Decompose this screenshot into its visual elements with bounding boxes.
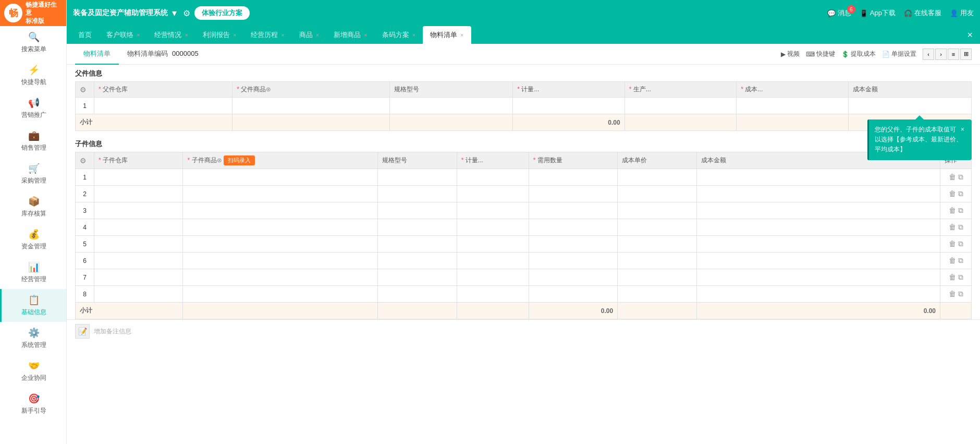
nav-prev-btn[interactable]: ‹	[923, 49, 934, 60]
child-warehouse-1[interactable]	[94, 169, 183, 186]
child-product-3[interactable]	[183, 202, 378, 219]
child-spec-5[interactable]	[378, 236, 457, 253]
extract-cost-btn[interactable]: 💲 提取成本	[841, 50, 876, 58]
copy-icon-3[interactable]: ⧉	[958, 206, 963, 215]
sidebar-item-purchase[interactable]: 🛒 采购管理	[0, 158, 66, 190]
child-product-7[interactable]	[183, 269, 378, 286]
child-spec-6[interactable]	[378, 253, 457, 269]
tab-customer[interactable]: 客户联络 ×	[99, 26, 147, 44]
sidebar-item-guide[interactable]: 🎯 新手引导	[0, 388, 66, 421]
subtab-bom-code[interactable]: 物料清单编码 0000005	[119, 44, 207, 65]
child-qty-3[interactable]	[529, 202, 617, 219]
parent-cell-product-1[interactable]	[232, 98, 390, 114]
child-unit-cost-5[interactable]	[618, 236, 697, 253]
tab-operations[interactable]: 经营情况 ×	[147, 26, 195, 44]
add-note-btn[interactable]: 📝	[75, 324, 90, 339]
child-warehouse-6[interactable]	[94, 253, 183, 269]
copy-icon-6[interactable]: ⧉	[958, 256, 963, 265]
child-unit-cost-6[interactable]	[618, 253, 697, 269]
sidebar-item-finance[interactable]: 💰 资金管理	[0, 223, 66, 256]
tab-close-operations[interactable]: ×	[185, 32, 188, 38]
tooltip-close-btn[interactable]: ×	[961, 125, 964, 135]
subtab-bom-list[interactable]: 物料清单	[75, 44, 119, 65]
child-qty-7[interactable]	[529, 269, 617, 286]
doc-settings-btn[interactable]: 📄 单据设置	[882, 50, 916, 58]
sidebar-item-marketing[interactable]: 📢 营销推广	[0, 92, 66, 125]
child-spec-3[interactable]	[378, 202, 457, 219]
child-unit-2[interactable]	[457, 186, 529, 202]
tab-close-profit[interactable]: ×	[233, 32, 236, 38]
child-product-1[interactable]	[183, 169, 378, 186]
tab-close-customer[interactable]: ×	[137, 32, 140, 38]
sidebar-item-inventory[interactable]: 📦 库存核算	[0, 190, 66, 223]
trial-btn[interactable]: 体验行业方案	[194, 6, 250, 20]
settings-gear-icon[interactable]: ⚙	[183, 8, 190, 18]
tab-profit[interactable]: 利润报告 ×	[195, 26, 243, 44]
child-unit-cost-2[interactable]	[618, 186, 697, 202]
copy-icon-4[interactable]: ⧉	[958, 223, 963, 232]
copy-icon-5[interactable]: ⧉	[958, 239, 963, 248]
tab-home[interactable]: 首页	[71, 26, 99, 44]
tab-history[interactable]: 经营历程 ×	[243, 26, 291, 44]
copy-icon-2[interactable]: ⧉	[958, 189, 963, 198]
copy-icon-8[interactable]: ⧉	[958, 290, 963, 298]
child-warehouse-3[interactable]	[94, 202, 183, 219]
tab-close-barcode[interactable]: ×	[412, 32, 415, 38]
parent-cell-production-1[interactable]	[624, 98, 737, 114]
child-unit-cost-1[interactable]	[618, 169, 697, 186]
child-unit-cost-3[interactable]	[618, 202, 697, 219]
parent-cell-cost-1[interactable]	[737, 98, 849, 114]
child-product-4[interactable]	[183, 219, 378, 236]
message-item[interactable]: 💬 消息 6	[827, 8, 851, 18]
child-qty-4[interactable]	[529, 219, 617, 236]
child-unit-cost-4[interactable]	[618, 219, 697, 236]
copy-icon-1[interactable]: ⧉	[958, 173, 963, 182]
tab-close-all[interactable]: ×	[964, 30, 976, 41]
child-unit-5[interactable]	[457, 236, 529, 253]
tab-barcode[interactable]: 条码方案 ×	[375, 26, 423, 44]
child-spec-8[interactable]	[378, 286, 457, 303]
online-support-item[interactable]: 🎧 在线客服	[904, 8, 941, 18]
child-product-8[interactable]	[183, 286, 378, 303]
tab-new-product[interactable]: 新增商品 ×	[326, 26, 374, 44]
child-spec-4[interactable]	[378, 219, 457, 236]
child-warehouse-5[interactable]	[94, 236, 183, 253]
parent-cell-spec-1[interactable]	[390, 98, 513, 114]
sidebar-item-search[interactable]: 🔍 搜索菜单	[0, 26, 66, 59]
child-spec-2[interactable]	[378, 186, 457, 202]
child-qty-2[interactable]	[529, 186, 617, 202]
child-product-6[interactable]	[183, 253, 378, 269]
shortcut-btn[interactable]: ⌨ 快捷键	[806, 50, 835, 58]
child-product-2[interactable]	[183, 186, 378, 202]
delete-icon-2[interactable]: 🗑	[949, 189, 956, 198]
sidebar-item-quicknav[interactable]: ⚡ 快捷导航	[0, 59, 66, 92]
child-unit-cost-8[interactable]	[618, 286, 697, 303]
app-download-item[interactable]: 📱 App下载	[860, 8, 896, 18]
child-warehouse-8[interactable]	[94, 286, 183, 303]
video-btn[interactable]: ▶ 视频	[781, 50, 800, 58]
child-qty-1[interactable]	[529, 169, 617, 186]
scan-btn[interactable]: 扫码录入	[224, 155, 255, 165]
tab-close-new-product[interactable]: ×	[364, 32, 367, 38]
delete-icon-5[interactable]: 🗑	[949, 239, 956, 248]
copy-icon-7[interactable]: ⧉	[958, 273, 963, 282]
sidebar-item-collab[interactable]: 🤝 企业协同	[0, 355, 66, 388]
child-warehouse-2[interactable]	[94, 186, 183, 202]
tab-product[interactable]: 商品 ×	[292, 26, 326, 44]
child-unit-cost-7[interactable]	[618, 269, 697, 286]
child-unit-1[interactable]	[457, 169, 529, 186]
child-warehouse-4[interactable]	[94, 219, 183, 236]
delete-icon-6[interactable]: 🗑	[949, 256, 956, 265]
parent-cell-warehouse-1[interactable]	[94, 98, 232, 114]
tab-close-history[interactable]: ×	[281, 32, 284, 38]
child-product-5[interactable]	[183, 236, 378, 253]
delete-icon-4[interactable]: 🗑	[949, 223, 956, 232]
tab-close-product[interactable]: ×	[316, 32, 319, 38]
delete-icon-8[interactable]: 🗑	[949, 290, 956, 298]
child-qty-8[interactable]	[529, 286, 617, 303]
dropdown-arrow-icon[interactable]: ▾	[172, 7, 177, 19]
child-unit-3[interactable]	[457, 202, 529, 219]
sidebar-item-system[interactable]: ⚙️ 系统管理	[0, 322, 66, 355]
child-unit-7[interactable]	[457, 269, 529, 286]
sidebar-item-sales[interactable]: 💼 销售管理	[0, 125, 66, 158]
